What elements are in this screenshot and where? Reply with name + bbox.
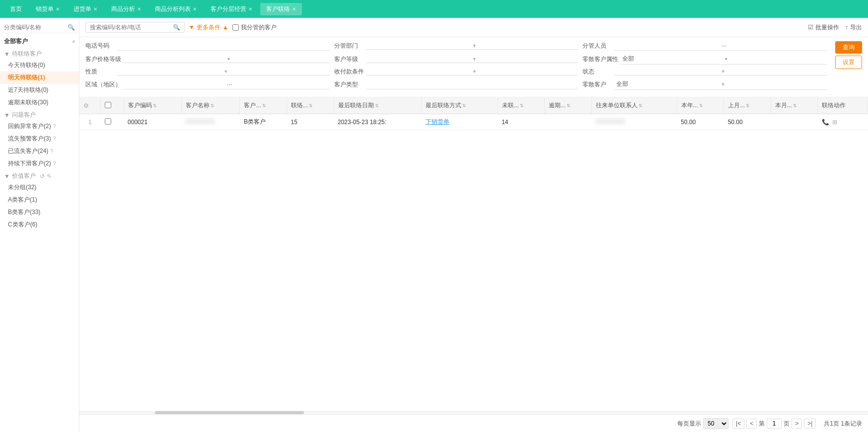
- help-icon: ?: [53, 161, 56, 166]
- sort-icon[interactable]: ⇅: [375, 103, 379, 108]
- filter-customer-grade-label: 客户等级: [334, 55, 364, 64]
- col-unlink-days: 未联...⇅: [498, 97, 545, 114]
- filter-customer-grade-select[interactable]: ▼: [366, 56, 579, 63]
- my-customers-check[interactable]: [232, 24, 239, 31]
- filter-retail-attr-select[interactable]: 全部 ▼: [620, 54, 827, 65]
- help-icon: ?: [50, 148, 53, 154]
- export-btn[interactable]: ↑ 导出: [845, 23, 862, 32]
- sort-icon[interactable]: ⇅: [153, 103, 157, 108]
- sort-icon[interactable]: ⇅: [309, 103, 313, 108]
- sidebar-item-c-class[interactable]: C类客户(6): [0, 218, 79, 231]
- nav-item-analysis-list[interactable]: 商品分析列表 ✕: [149, 3, 203, 15]
- refresh-icon[interactable]: ↺: [40, 173, 45, 180]
- filter-region-select[interactable]: ···: [123, 80, 330, 89]
- nav-item-analysis[interactable]: 商品分析 ✕: [105, 3, 147, 15]
- all-customers-title[interactable]: 全部客户 «: [0, 35, 79, 48]
- sort-icon[interactable]: ⇅: [639, 103, 643, 108]
- search-input-wrap: 🔍: [85, 22, 185, 33]
- filter-dept-select[interactable]: ▼: [366, 42, 579, 50]
- select-all-checkbox[interactable]: [105, 102, 111, 108]
- sidebar-item-losing[interactable]: 流失预警客户(3) ?: [0, 133, 79, 145]
- close-icon[interactable]: ✕: [248, 6, 252, 12]
- filter-phone-input[interactable]: [117, 41, 330, 51]
- batch-op-btn[interactable]: ☑ 批量操作: [808, 23, 839, 32]
- sort-icon[interactable]: ⇅: [211, 103, 215, 108]
- filter-buttons: 查询 设置: [835, 41, 862, 93]
- nav-item-customer-tier[interactable]: 客户分层经营 ✕: [205, 3, 258, 15]
- filter-nature-select[interactable]: ▼: [117, 68, 330, 75]
- close-icon[interactable]: ✕: [56, 6, 60, 12]
- horizontal-scrollbar[interactable]: [79, 411, 868, 415]
- sort-icon[interactable]: ⇅: [262, 103, 266, 108]
- dots-icon[interactable]: ···: [722, 42, 825, 49]
- col-settings[interactable]: ⚙: [79, 97, 101, 114]
- sidebar-item-b-class[interactable]: B类客户(33): [0, 206, 79, 218]
- grid-icon[interactable]: ⊞: [832, 119, 837, 126]
- scroll-thumb[interactable]: [155, 411, 304, 414]
- sort-icon[interactable]: ⇅: [746, 103, 750, 108]
- sidebar-item-abnormal[interactable]: 回购异常客户(2) ?: [0, 120, 79, 133]
- sidebar-item-lost[interactable]: 已流失客户(24) ?: [0, 145, 79, 157]
- filter-payment-select[interactable]: ▼: [366, 68, 579, 75]
- row-last-contact-date: 2023-05-23 18:25:: [334, 114, 422, 130]
- set-button[interactable]: 设置: [835, 56, 862, 69]
- sidebar-search-icon[interactable]: 🔍: [68, 24, 75, 31]
- first-page-btn[interactable]: |<: [732, 419, 744, 429]
- filter-status-label: 状态: [582, 68, 612, 76]
- query-button[interactable]: 查询: [835, 41, 862, 54]
- close-icon[interactable]: ✕: [137, 6, 141, 12]
- settings-icon[interactable]: ⚙: [83, 102, 89, 109]
- next-page-btn[interactable]: >: [792, 419, 802, 429]
- filter-dept: 分管部门 ▼: [334, 42, 579, 50]
- dots-icon[interactable]: ···: [227, 81, 328, 88]
- filter-dept-label: 分管部门: [334, 42, 364, 50]
- filter-person-select[interactable]: ···: [614, 41, 827, 51]
- filter-status-select[interactable]: ▼: [614, 68, 827, 75]
- row-last-contact-method[interactable]: 下销货单: [422, 114, 498, 130]
- nav-item-sales[interactable]: 销货单 ✕: [30, 3, 66, 15]
- sidebar-item-a-class[interactable]: A类客户(1): [0, 194, 79, 206]
- phone-icon[interactable]: 📞: [822, 119, 829, 126]
- close-icon[interactable]: ✕: [193, 6, 197, 12]
- search-input[interactable]: [90, 24, 173, 31]
- arrow-icon: ▼: [4, 112, 10, 119]
- filter-retail-customer-label: 零散客户: [582, 80, 612, 89]
- sort-icon[interactable]: ⇅: [462, 103, 466, 108]
- nav-item-purchase[interactable]: 进货单 ✕: [68, 3, 103, 15]
- sidebar-search-input[interactable]: [4, 24, 68, 31]
- close-icon[interactable]: ✕: [93, 6, 97, 12]
- sidebar-item-7days[interactable]: 近7天待联络(0): [0, 84, 79, 96]
- sort-icon[interactable]: ⇅: [699, 103, 703, 108]
- filter-customer-type-input[interactable]: [366, 80, 579, 89]
- filter-customer-type: 客户类型: [334, 80, 579, 89]
- search-icon[interactable]: 🔍: [173, 24, 180, 31]
- filter-price-grade-label: 客户价格等级: [85, 55, 121, 64]
- filter-price-grade-select[interactable]: ▼: [123, 56, 330, 63]
- sort-icon[interactable]: ⇅: [793, 103, 797, 108]
- row-select-checkbox[interactable]: [105, 118, 111, 125]
- sidebar-item-tomorrow[interactable]: 明天待联络(1): [0, 72, 79, 84]
- filter-phone-label: 电话号码: [85, 42, 115, 50]
- row-checkbox[interactable]: [101, 114, 124, 130]
- filter-more-btn[interactable]: ▼ 更多条件 ▲: [189, 23, 228, 32]
- last-page-btn[interactable]: >|: [804, 419, 816, 429]
- arrow-icon: ▼: [4, 51, 10, 58]
- sidebar-item-ungroup[interactable]: 未分组(32): [0, 181, 79, 194]
- prev-page-btn[interactable]: <: [746, 419, 757, 429]
- edit-icon[interactable]: ✎: [47, 173, 52, 180]
- sidebar-item-today[interactable]: 今天待联络(0): [0, 59, 79, 72]
- page-size-select[interactable]: 50 100 200: [703, 418, 728, 429]
- sidebar-item-declining[interactable]: 持续下滑客户(2) ?: [0, 157, 79, 170]
- nav-item-customer-contact[interactable]: 客户联络 ✕: [260, 3, 302, 15]
- close-icon[interactable]: ✕: [292, 6, 296, 12]
- page-input[interactable]: [767, 419, 782, 429]
- chevron-down-icon: ▼: [721, 82, 825, 87]
- sort-icon[interactable]: ⇅: [520, 103, 524, 108]
- filter-row-1: 电话号码 分管部门 ▼ 分管人员: [85, 41, 827, 51]
- nav-item-home[interactable]: 首页: [4, 3, 28, 15]
- filter-retail-customer-select[interactable]: 全部 ▼: [614, 79, 827, 90]
- sort-icon[interactable]: ⇅: [567, 103, 571, 108]
- col-checkbox[interactable]: [101, 97, 124, 114]
- my-customers-checkbox[interactable]: 我分管的客户: [232, 23, 277, 32]
- sidebar-item-overdue[interactable]: 逾期未联络(30): [0, 96, 79, 109]
